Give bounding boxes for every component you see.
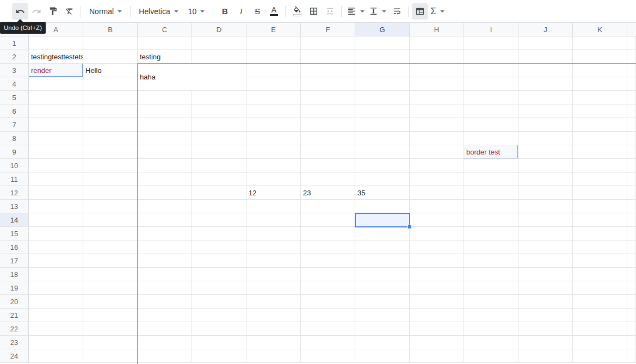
cell-K11[interactable] [573, 172, 627, 186]
cell-G3[interactable] [355, 64, 410, 77]
cell-A3[interactable]: render [29, 64, 83, 77]
cell-K8[interactable] [573, 132, 627, 145]
cell-partial-row-10[interactable] [627, 159, 636, 172]
cell-I17[interactable] [464, 254, 518, 268]
cell-E13[interactable] [246, 200, 301, 213]
cell-J11[interactable] [518, 172, 573, 186]
cell-F2[interactable] [301, 50, 355, 64]
cell-G13[interactable] [355, 200, 410, 213]
cell-C9[interactable] [138, 145, 192, 159]
cell-B18[interactable] [83, 268, 138, 281]
cell-partial-row-15[interactable] [627, 227, 636, 240]
cell-H8[interactable] [410, 132, 464, 145]
cell-G22[interactable] [355, 322, 410, 336]
cell-G20[interactable] [355, 295, 410, 309]
cell-B5[interactable] [83, 91, 138, 104]
cell-J16[interactable] [518, 240, 573, 254]
cell-D23[interactable] [192, 336, 246, 349]
cell-D8[interactable] [192, 132, 246, 145]
column-header-G[interactable]: G [355, 23, 410, 36]
cell-C1[interactable] [138, 36, 192, 50]
cell-C22[interactable] [138, 322, 192, 336]
cell-K17[interactable] [573, 254, 627, 268]
cell-E23[interactable] [246, 336, 301, 349]
row-header-18[interactable]: 18 [0, 268, 29, 281]
cell-D1[interactable] [192, 36, 246, 50]
column-header-J[interactable]: J [518, 23, 573, 36]
redo-button[interactable] [28, 3, 45, 20]
cell-E14[interactable] [246, 213, 301, 227]
cell-K22[interactable] [573, 322, 627, 336]
cell-A24[interactable] [29, 349, 83, 363]
row-header-14[interactable]: 14 [0, 213, 29, 227]
cell-B9[interactable] [83, 145, 138, 159]
cell-F17[interactable] [301, 254, 355, 268]
cell-B14[interactable] [83, 213, 138, 227]
cell-D2[interactable] [192, 50, 246, 64]
cell-A16[interactable] [29, 240, 83, 254]
cell-I5[interactable] [464, 91, 518, 104]
cell-K14[interactable] [573, 213, 627, 227]
cell-G6[interactable] [355, 104, 410, 118]
cell-F3[interactable] [301, 64, 355, 77]
cell-partial-row-18[interactable] [627, 268, 636, 281]
row-header-6[interactable]: 6 [0, 104, 29, 118]
cell-partial-row-2[interactable] [627, 50, 636, 64]
cell-G1[interactable] [355, 36, 410, 50]
column-header-H[interactable]: H [410, 23, 464, 36]
row-header-9[interactable]: 9 [0, 145, 29, 159]
cell-J12[interactable] [518, 186, 573, 200]
cell-D19[interactable] [192, 281, 246, 295]
row-header-23[interactable]: 23 [0, 336, 29, 349]
cell-H20[interactable] [410, 295, 464, 309]
cell-J5[interactable] [518, 91, 573, 104]
cell-H2[interactable] [410, 50, 464, 64]
row-header-17[interactable]: 17 [0, 254, 29, 268]
cell-A13[interactable] [29, 200, 83, 213]
cell-partial-row-3[interactable] [627, 64, 636, 77]
cell-G21[interactable] [355, 309, 410, 322]
cell-K6[interactable] [573, 104, 627, 118]
cell-J13[interactable] [518, 200, 573, 213]
cell-E12[interactable]: 12 [246, 186, 301, 200]
row-header-3[interactable]: 3 [0, 64, 29, 77]
cell-D17[interactable] [192, 254, 246, 268]
cell-A8[interactable] [29, 132, 83, 145]
cell-B24[interactable] [83, 349, 138, 363]
cell-J1[interactable] [518, 36, 573, 50]
cell-K24[interactable] [573, 349, 627, 363]
cell-partial-row-14[interactable] [627, 213, 636, 227]
cell-C10[interactable] [138, 159, 192, 172]
cell-J2[interactable] [518, 50, 573, 64]
clear-format-button[interactable] [61, 3, 77, 20]
cell-C16[interactable] [138, 240, 192, 254]
cell-D7[interactable] [192, 118, 246, 132]
cell-B8[interactable] [83, 132, 138, 145]
row-header-8[interactable]: 8 [0, 132, 29, 145]
cell-B15[interactable] [83, 227, 138, 240]
cell-B4[interactable] [83, 77, 138, 91]
cell-F14[interactable] [301, 213, 355, 227]
text-wrap-button[interactable] [388, 3, 405, 20]
cell-B23[interactable] [83, 336, 138, 349]
cell-I13[interactable] [464, 200, 518, 213]
cell-C24[interactable] [138, 349, 192, 363]
cell-K21[interactable] [573, 309, 627, 322]
cell-B3[interactable]: Hello [83, 64, 138, 77]
cell-C7[interactable] [138, 118, 192, 132]
row-header-10[interactable]: 10 [0, 159, 29, 172]
cell-partial-row-13[interactable] [627, 200, 636, 213]
cell-J9[interactable] [518, 145, 573, 159]
cell-D18[interactable] [192, 268, 246, 281]
cell-D12[interactable] [192, 186, 246, 200]
column-header-D[interactable]: D [192, 23, 246, 36]
cell-K15[interactable] [573, 227, 627, 240]
cell-A21[interactable] [29, 309, 83, 322]
cell-J22[interactable] [518, 322, 573, 336]
horizontal-align-button[interactable] [345, 3, 367, 20]
cell-D10[interactable] [192, 159, 246, 172]
cell-I18[interactable] [464, 268, 518, 281]
cell-H21[interactable] [410, 309, 464, 322]
cell-J19[interactable] [518, 281, 573, 295]
cell-H15[interactable] [410, 227, 464, 240]
